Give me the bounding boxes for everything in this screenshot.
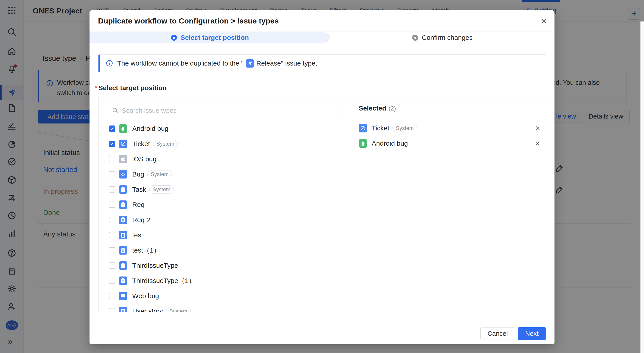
system-badge: System (149, 186, 174, 194)
checkbox-unchecked[interactable] (109, 186, 115, 192)
android-icon (359, 139, 367, 148)
target-position-picker: Android bug Ticket System iOS bug Bug Sy… (98, 96, 546, 312)
ticket-icon (359, 124, 367, 132)
web-monitor-icon (119, 292, 127, 300)
issue-type-label: test（1） (132, 246, 160, 255)
step-confirm-changes[interactable]: Confirm changes (330, 32, 554, 44)
list-item[interactable]: test (99, 228, 349, 243)
search-issue-types-box (108, 104, 340, 117)
checkbox-checked[interactable] (109, 126, 115, 132)
step-label: Confirm changes (422, 34, 472, 42)
system-badge: System (166, 307, 191, 312)
issue-type-label: Req (132, 201, 144, 208)
selected-item-label: Android bug (372, 140, 408, 147)
step-select-target-position[interactable]: Select target position (90, 32, 330, 44)
required-asterisk: * (95, 84, 98, 92)
selected-item: Android bug × (359, 136, 540, 151)
stepper: Select target position Confirm changes (90, 32, 554, 43)
issue-type-label: Bug (132, 170, 144, 178)
list-item[interactable]: Task System (99, 182, 349, 197)
clipboard-icon (119, 216, 127, 224)
page-scrollbar[interactable] (640, 22, 644, 353)
modal-info-alert: The workflow cannot be duplicated to the… (98, 54, 546, 72)
list-item[interactable]: Req 2 (99, 212, 349, 228)
remove-selected-icon[interactable]: × (535, 139, 540, 148)
list-item[interactable]: Ticket System (99, 136, 349, 152)
clipboard-icon (119, 261, 127, 270)
selected-list: Ticket System × Android bug × (359, 120, 540, 151)
list-item[interactable]: ThirdIssueType (99, 258, 349, 273)
close-icon[interactable]: × (538, 15, 550, 27)
checkbox-unchecked[interactable] (109, 171, 115, 178)
issue-type-label: Ticket (132, 140, 150, 148)
release-issue-type-icon (246, 59, 254, 68)
checkbox-checked[interactable] (109, 141, 115, 147)
list-item[interactable]: Web bug (99, 288, 349, 304)
system-badge: System (147, 170, 172, 178)
checkbox-unchecked[interactable] (109, 293, 115, 299)
checkbox-unchecked[interactable] (109, 262, 115, 269)
issue-type-label: Web bug (132, 292, 159, 300)
dialog-title: Duplicate workflow to Configuration > Is… (98, 16, 279, 25)
panel-divider (349, 96, 349, 312)
issue-type-label: Android bug (132, 125, 168, 132)
step-label: Select target position (180, 34, 249, 42)
issue-type-list: Android bug Ticket System iOS bug Bug Sy… (99, 121, 349, 312)
checkbox-unchecked[interactable] (109, 308, 115, 312)
selected-item-label: Ticket (372, 124, 389, 132)
issue-type-label: User story (132, 307, 163, 312)
alert-text-post: " issue type. (281, 60, 317, 67)
alert-text-pre: The workflow cannot be duplicated to the… (117, 60, 244, 67)
issue-type-label: Req 2 (132, 216, 150, 224)
checkbox-unchecked[interactable] (109, 247, 115, 254)
list-item[interactable]: Req (99, 197, 349, 212)
issue-type-label: ThirdIssueType（1） (132, 276, 195, 286)
checkbox-unchecked[interactable] (109, 232, 115, 238)
clipboard-icon (119, 276, 127, 285)
selected-count: (2) (388, 105, 396, 112)
list-item[interactable]: Android bug (99, 121, 349, 136)
clipboard-icon (119, 231, 127, 239)
list-item[interactable]: iOS bug (99, 152, 349, 167)
system-badge: System (392, 124, 417, 132)
list-item[interactable]: Bug System (99, 167, 349, 182)
issue-type-label: test (132, 231, 143, 239)
clipboard-icon (119, 200, 127, 209)
step-dot-active (171, 35, 177, 41)
checkbox-unchecked[interactable] (109, 217, 115, 223)
checkbox-unchecked[interactable] (109, 202, 115, 208)
issue-type-label: iOS bug (132, 155, 156, 163)
issue-type-label: Task (132, 186, 146, 193)
selected-item: Ticket System × (359, 120, 540, 136)
remove-selected-icon[interactable]: × (535, 124, 540, 132)
clipboard-icon (119, 307, 127, 312)
alert-release-name: Release (256, 60, 281, 67)
info-icon (106, 60, 113, 67)
ticket-icon (119, 140, 127, 148)
issue-type-label: ThirdIssueType (132, 262, 178, 269)
checkbox-unchecked[interactable] (109, 156, 115, 162)
search-icon (112, 107, 118, 114)
duplicate-workflow-dialog: Duplicate workflow to Configuration > Is… (90, 10, 554, 344)
list-item[interactable]: ThirdIssueType（1） (99, 273, 349, 288)
apple-icon (119, 155, 127, 163)
list-item[interactable]: User story System (99, 304, 349, 312)
select-target-position-label: *Select target position (95, 84, 167, 92)
selected-header: Selected(2) (359, 104, 396, 112)
cancel-button[interactable]: Cancel (480, 327, 515, 340)
list-item[interactable]: test（1） (99, 243, 349, 258)
clipboard-icon (119, 185, 127, 194)
code-bug-icon (119, 170, 127, 178)
system-badge: System (153, 140, 178, 148)
android-icon (119, 124, 127, 133)
search-input[interactable] (122, 107, 336, 114)
clipboard-icon (119, 246, 127, 254)
checkbox-unchecked[interactable] (109, 278, 115, 284)
next-button[interactable]: Next (518, 327, 546, 340)
step-dot-inactive (412, 35, 418, 41)
